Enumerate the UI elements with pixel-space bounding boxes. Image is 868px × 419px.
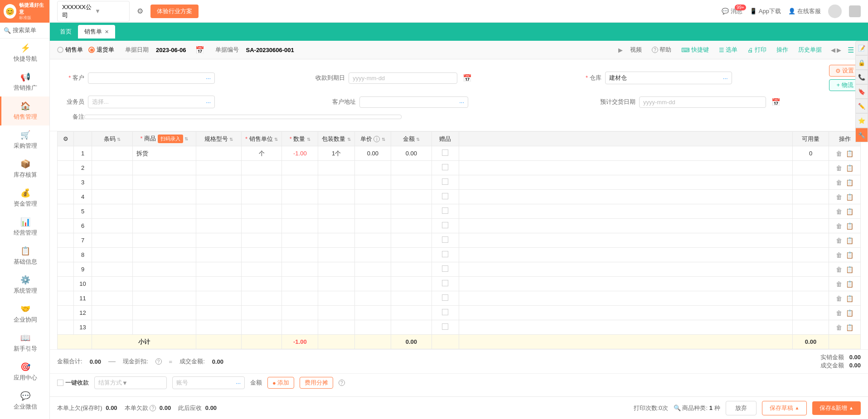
copy-icon-10[interactable]: 📋 — [846, 295, 853, 302]
right-panel-btn-4[interactable]: 🔖 — [855, 84, 868, 99]
message-button[interactable]: 💬 消息 99+ — [722, 7, 742, 15]
cell-price-10[interactable] — [354, 291, 391, 306]
total-owe-info-icon[interactable]: ? — [150, 405, 156, 411]
cell-price-9[interactable] — [354, 277, 391, 291]
copy-icon-5[interactable]: 📋 — [846, 222, 853, 230]
avatar2[interactable] — [849, 5, 861, 17]
prev-record-icon[interactable]: ◀ — [831, 47, 835, 53]
cell-barcode-12[interactable] — [92, 320, 133, 335]
cell-unit-11[interactable] — [242, 306, 282, 320]
th-settings[interactable]: ⚙ — [58, 132, 74, 146]
copy-icon-11[interactable]: 📋 — [846, 309, 853, 317]
customer-input[interactable]: ··· — [88, 72, 215, 84]
cell-goods-0[interactable]: 拆货 — [133, 146, 196, 161]
warehouse-dots-icon[interactable]: ··· — [723, 75, 728, 82]
cell-spec-3[interactable] — [196, 190, 242, 204]
warehouse-input[interactable]: 建材仓 ··· — [605, 72, 732, 84]
delete-icon-9[interactable]: 🗑 — [836, 280, 842, 288]
copy-icon-12[interactable]: 📋 — [846, 324, 853, 331]
cell-spec-7[interactable] — [196, 248, 242, 262]
try-industry-button[interactable]: 体验行业方案 — [150, 5, 199, 18]
delete-icon-11[interactable]: 🗑 — [836, 309, 842, 317]
cell-goods-7[interactable] — [133, 248, 196, 262]
cell-pkgqty-10[interactable] — [318, 291, 355, 306]
cell-barcode-9[interactable] — [92, 277, 133, 291]
cell-unit-10[interactable] — [242, 291, 282, 306]
cell-spec-11[interactable] — [196, 306, 242, 320]
cell-amount-2[interactable] — [391, 175, 432, 190]
cell-barcode-7[interactable] — [92, 248, 133, 262]
cell-goods-4[interactable] — [133, 204, 196, 219]
right-panel-btn-5[interactable]: ✏️ — [855, 99, 868, 113]
filter-action-btn[interactable]: ☰ 选单 — [716, 44, 740, 55]
cell-gift-2[interactable] — [432, 175, 459, 190]
sidebar-item-operation[interactable]: 📊 经营管理 — [0, 212, 49, 241]
print-action-btn[interactable]: 🖨 打印 — [745, 44, 769, 55]
fee-split-button[interactable]: 费用分摊 — [300, 377, 333, 389]
qty-sort-icon[interactable]: ⇅ — [307, 137, 310, 142]
cell-spec-6[interactable] — [196, 233, 242, 248]
cell-unit-5[interactable] — [242, 219, 282, 233]
cell-amount-6[interactable] — [391, 233, 432, 248]
avatar[interactable] — [828, 5, 842, 18]
cell-unit-12[interactable] — [242, 320, 282, 335]
cell-amount-12[interactable] — [391, 320, 432, 335]
sidebar-item-wechat[interactable]: 💬 企业微信 — [0, 386, 49, 415]
cell-goods-5[interactable] — [133, 219, 196, 233]
customer-addr-input[interactable]: ··· — [359, 96, 468, 108]
sidebar-item-purchase[interactable]: 🛒 采购管理 — [0, 125, 49, 154]
copy-icon-4[interactable]: 📋 — [846, 208, 853, 215]
notes-input[interactable] — [84, 115, 402, 119]
cell-unit-1[interactable] — [242, 161, 282, 175]
sidebar-item-system[interactable]: ⚙️ 系统管理 — [0, 270, 49, 299]
cell-price-8[interactable] — [354, 262, 391, 277]
cell-price-7[interactable] — [354, 248, 391, 262]
copy-icon-9[interactable]: 📋 — [846, 280, 853, 288]
cell-pkgqty-7[interactable] — [318, 248, 355, 262]
cell-qty-3[interactable] — [282, 190, 318, 204]
cell-qty-12[interactable] — [282, 320, 318, 335]
cell-goods-1[interactable] — [133, 161, 196, 175]
cell-barcode-6[interactable] — [92, 233, 133, 248]
payment-account-input[interactable]: 账号 ··· — [172, 376, 245, 389]
fee-info-icon[interactable]: ? — [339, 380, 345, 386]
cell-amount-5[interactable] — [391, 219, 432, 233]
right-panel-btn-6[interactable]: ⭐ — [855, 113, 868, 128]
cell-price-6[interactable] — [354, 233, 391, 248]
save-new-button[interactable]: 保存&新增 ▲ — [812, 401, 861, 415]
due-date-input[interactable]: yyyy-mm-dd — [349, 72, 457, 84]
cell-pkgqty-6[interactable] — [318, 233, 355, 248]
goods-sort-icon[interactable]: ⇅ — [184, 136, 188, 141]
cell-gift-9[interactable] — [432, 277, 459, 291]
cell-pkgqty-9[interactable] — [318, 277, 355, 291]
due-date-calendar-icon[interactable]: 📅 — [463, 74, 472, 82]
cell-barcode-10[interactable] — [92, 291, 133, 306]
list-view-icon[interactable]: ☰ — [848, 46, 854, 54]
cell-goods-2[interactable] — [133, 175, 196, 190]
video-action-btn[interactable]: 视频 — [627, 44, 645, 55]
delete-icon-0[interactable]: 🗑 — [836, 150, 842, 157]
tab-close-icon[interactable]: ✕ — [105, 29, 109, 35]
cell-barcode-1[interactable] — [92, 161, 133, 175]
delete-icon-7[interactable]: 🗑 — [836, 251, 842, 259]
sidebar-item-inventory[interactable]: 📦 库存核算 — [0, 154, 49, 183]
salesperson-dots-icon[interactable]: ··· — [206, 99, 211, 106]
cell-spec-10[interactable] — [196, 291, 242, 306]
goods-type-search-icon[interactable]: 🔍 — [674, 405, 681, 411]
cell-amount-3[interactable] — [391, 190, 432, 204]
scan-button[interactable]: 扫码录入 — [158, 135, 183, 143]
discount-info-icon[interactable]: ? — [155, 358, 162, 365]
sidebar-item-member[interactable]: ✅ 畅会员 — [0, 415, 49, 419]
cell-qty-9[interactable] — [282, 277, 318, 291]
cell-barcode-3[interactable] — [92, 190, 133, 204]
cell-price-5[interactable] — [354, 219, 391, 233]
add-payment-button[interactable]: ● 添加 — [267, 377, 294, 389]
barcode-sort-icon[interactable]: ⇅ — [117, 137, 121, 142]
cell-qty-4[interactable] — [282, 204, 318, 219]
cell-pkgqty-4[interactable] — [318, 204, 355, 219]
sidebar-item-marketing[interactable]: 📢 营销推广 — [0, 67, 49, 96]
cell-qty-5[interactable] — [282, 219, 318, 233]
cell-price-4[interactable] — [354, 204, 391, 219]
cell-gift-0[interactable] — [432, 146, 459, 161]
cell-spec-9[interactable] — [196, 277, 242, 291]
